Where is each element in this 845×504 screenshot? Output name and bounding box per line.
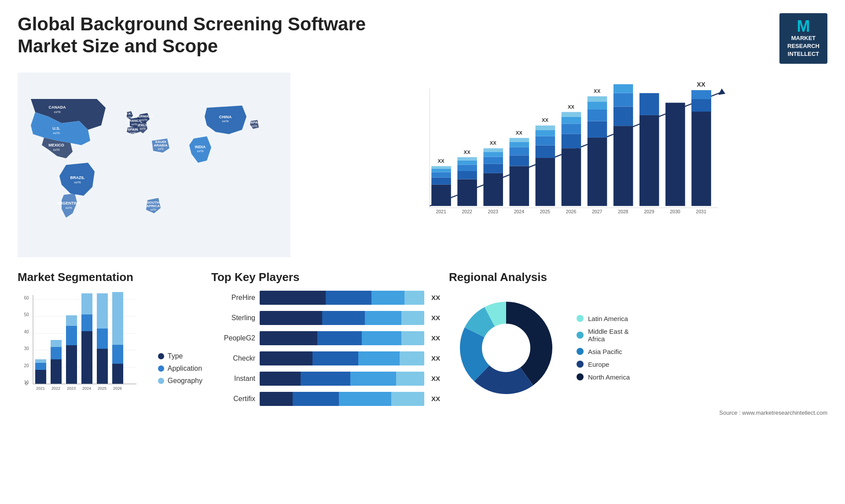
seg-year-2024: 2024 <box>82 386 91 391</box>
southafrica-label2: AFRICA <box>147 204 160 208</box>
sterling-xx: XX <box>431 314 440 321</box>
svg-rect-19 <box>510 155 529 166</box>
logo-letter: M <box>787 18 819 34</box>
peopleg2-xx: XX <box>431 334 440 342</box>
player-bar-sterling <box>260 311 424 325</box>
donut-container <box>449 291 563 405</box>
svg-rect-36 <box>588 102 607 110</box>
players-title: Top Key Players <box>211 270 440 284</box>
player-bar-checkr <box>260 351 424 365</box>
southafrica-value: xx% <box>150 208 156 211</box>
instant-seg4 <box>396 372 424 386</box>
svg-rect-48 <box>691 90 711 99</box>
bar-2026: XX 2026 <box>562 104 581 214</box>
svg-rect-41 <box>614 84 633 93</box>
player-name-certifix: Certifix <box>211 395 255 403</box>
instant-seg1 <box>260 372 301 386</box>
svg-rect-58 <box>35 363 46 370</box>
logo-line1: MARKET <box>791 35 816 41</box>
legend-north-america-dot <box>577 373 584 380</box>
world-map-svg: CANADA xx% U.S. xx% MEXICO xx% BRAZIL xx… <box>18 73 290 257</box>
svg-rect-32 <box>562 112 581 117</box>
svg-rect-37 <box>588 96 607 102</box>
svg-rect-28 <box>562 148 581 206</box>
legend-asia-pacific-label: Asia Pacific <box>588 348 622 355</box>
seg-year-2023: 2023 <box>67 386 76 391</box>
brazil-label: BRAZIL <box>70 175 85 180</box>
svg-rect-26 <box>536 130 555 136</box>
year-2025: 2025 <box>540 208 551 214</box>
logo-line2: RESEARCH <box>787 43 819 49</box>
india-value: xx% <box>197 149 203 153</box>
svg-rect-9 <box>457 171 477 179</box>
legend-middle-east: Middle East &Africa <box>577 328 630 343</box>
checkr-seg4 <box>400 351 424 365</box>
japan-label: JAPAN <box>249 121 261 124</box>
prehire-xx: XX <box>431 294 440 301</box>
svg-rect-20 <box>510 147 529 155</box>
instant-seg2 <box>301 372 350 386</box>
players-section: Top Key Players PreHire XX Sterling <box>211 270 440 416</box>
player-row-sterling: Sterling XX <box>211 311 440 325</box>
peopleg2-seg1 <box>260 331 317 345</box>
checkr-seg3 <box>358 351 399 365</box>
svg-rect-23 <box>536 158 555 206</box>
y-50: 50 <box>24 312 29 317</box>
us-label: U.S. <box>52 126 60 131</box>
year-2028: 2028 <box>618 208 628 214</box>
bar-chart: XX 2021 XX 2022 <box>326 81 819 231</box>
page-title: Global Background Screening Software Mar… <box>18 13 414 58</box>
segmentation-chart: 60 50 40 30 20 10 0 <box>18 291 151 398</box>
japan-value: xx% <box>251 124 257 128</box>
legend-geography-label: Geography <box>168 377 202 385</box>
bar-2029: 2029 <box>639 93 659 214</box>
legend-north-america-label: North America <box>588 373 630 381</box>
segmentation-section: Market Segmentation 60 50 40 30 20 10 0 <box>18 270 202 416</box>
checkr-seg2 <box>312 351 359 365</box>
svg-rect-5 <box>431 172 451 177</box>
svg-rect-45 <box>665 102 685 206</box>
mexico-value: xx% <box>53 148 59 152</box>
legend-type-label: Type <box>168 352 183 360</box>
svg-rect-6 <box>431 168 451 172</box>
year-2024: 2024 <box>514 208 525 214</box>
svg-rect-18 <box>510 166 529 206</box>
bar-2022: XX 2022 <box>457 150 477 214</box>
spain-label: SPAIN <box>128 128 138 131</box>
sterling-seg2 <box>322 311 365 325</box>
legend-middle-east-dot <box>577 332 584 339</box>
svg-rect-3 <box>431 184 451 206</box>
certifix-seg4 <box>391 392 424 406</box>
svg-rect-35 <box>588 110 607 121</box>
svg-rect-74 <box>112 292 123 345</box>
svg-rect-62 <box>51 340 62 347</box>
bar-2027: XX 2027 <box>588 88 607 214</box>
svg-rect-12 <box>457 157 477 160</box>
germany-label: GERMANY <box>136 114 154 118</box>
logo-area: M MARKET RESEARCH INTELLECT <box>779 13 827 64</box>
player-row-peopleg2: PeopleG2 XX <box>211 331 440 345</box>
bar-label-2027: XX <box>594 88 601 93</box>
svg-rect-15 <box>483 157 503 164</box>
svg-rect-30 <box>562 124 581 134</box>
uk-value: xx% <box>125 116 131 119</box>
legend-north-america: North America <box>577 373 630 381</box>
legend-geography: Geography <box>158 377 202 385</box>
svg-rect-22 <box>510 138 529 142</box>
year-2026: 2026 <box>566 208 577 214</box>
bar-label-2022: XX <box>464 150 471 155</box>
svg-rect-61 <box>51 347 62 359</box>
svg-rect-71 <box>97 293 108 329</box>
map-section: CANADA xx% U.S. xx% MEXICO xx% BRAZIL xx… <box>18 73 290 257</box>
instant-seg3 <box>350 372 397 386</box>
legend-latin-america-dot <box>577 315 584 322</box>
svg-rect-14 <box>483 164 503 173</box>
bar-label-2026: XX <box>568 104 575 109</box>
bar-2021: XX 2021 <box>431 158 451 214</box>
svg-rect-4 <box>431 177 451 184</box>
legend-geography-dot <box>158 378 164 384</box>
svg-rect-11 <box>457 160 477 164</box>
svg-rect-43 <box>639 93 659 115</box>
svg-rect-42 <box>639 115 659 205</box>
legend-middle-east-label: Middle East &Africa <box>588 328 629 343</box>
